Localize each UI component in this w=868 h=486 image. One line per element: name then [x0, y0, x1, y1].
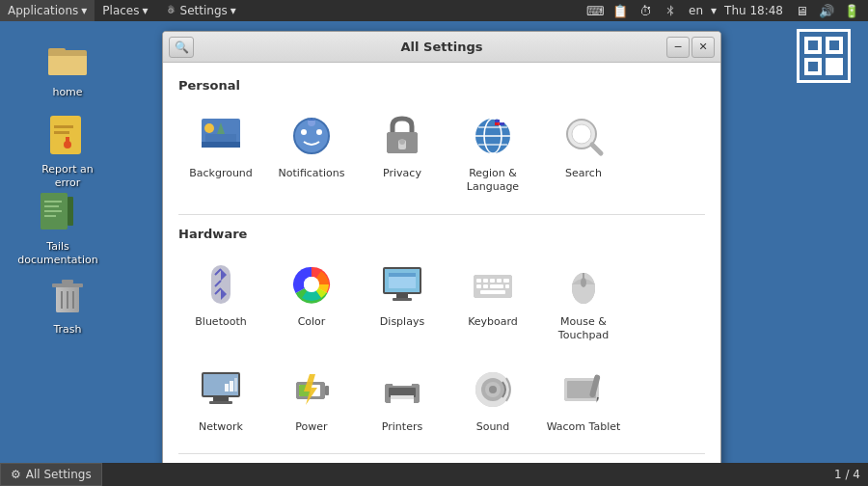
- desktop-icon-trash[interactable]: Trash: [29, 272, 106, 338]
- svg-rect-12: [44, 210, 62, 212]
- svg-rect-17: [62, 280, 73, 284]
- svg-rect-71: [497, 279, 502, 283]
- color-label: Color: [298, 315, 326, 329]
- language-indicator[interactable]: en: [685, 4, 707, 17]
- open-window-label: All Settings: [26, 468, 92, 481]
- settings-item-sound[interactable]: Sound: [450, 356, 535, 442]
- gear-icon: [164, 4, 177, 17]
- settings-item-printers[interactable]: Printers: [360, 356, 445, 442]
- svg-rect-6: [66, 137, 69, 142]
- svg-rect-88: [234, 378, 237, 392]
- desktop-icon-report[interactable]: Report an error: [29, 112, 106, 192]
- taskbar-left: Applications ▾ Places ▾ Settings ▾: [0, 0, 244, 21]
- settings-item-displays[interactable]: Displays: [360, 251, 445, 351]
- clock-icon: ⏱: [635, 0, 656, 21]
- displays-icon: [376, 258, 428, 310]
- svg-rect-4: [54, 131, 69, 134]
- mouse-icon: [557, 258, 610, 310]
- settings-item-notifications[interactable]: Notifications: [269, 102, 354, 202]
- personal-grid: Background Notifications: [178, 102, 705, 202]
- keyboard-label: Keyboard: [468, 315, 518, 329]
- svg-rect-76: [505, 284, 509, 288]
- window-search-btn[interactable]: 🔍: [169, 37, 194, 58]
- minimize-button[interactable]: ─: [666, 37, 690, 58]
- home-label: home: [49, 85, 85, 100]
- notifications-icon: [285, 110, 338, 162]
- svg-rect-74: [483, 284, 488, 288]
- settings-item-wacom[interactable]: Wacom Tablet: [541, 356, 626, 442]
- svg-rect-13: [44, 215, 56, 217]
- svg-rect-29: [202, 142, 240, 148]
- section-hardware: Hardware: [178, 227, 705, 241]
- svg-rect-86: [225, 384, 229, 392]
- svg-rect-99: [393, 376, 412, 386]
- svg-rect-87: [230, 381, 233, 392]
- window-controls: ─ ✕: [666, 37, 715, 58]
- search-settings-icon: [557, 110, 610, 162]
- privacy-icon: [376, 110, 428, 162]
- svg-rect-91: [325, 386, 329, 395]
- tails-doc-icon: [35, 189, 81, 235]
- settings-menu[interactable]: Settings ▾: [156, 0, 244, 21]
- open-window-item[interactable]: ⚙ All Settings: [0, 463, 102, 486]
- svg-rect-9: [68, 197, 73, 226]
- settings-item-keyboard[interactable]: Keyboard: [450, 251, 535, 351]
- keyboard-settings-icon: [467, 258, 519, 310]
- volume-icon: 🔊: [816, 0, 837, 21]
- places-menu[interactable]: Places ▾: [95, 0, 155, 21]
- settings-item-power[interactable]: Power: [269, 356, 354, 442]
- svg-rect-32: [205, 134, 236, 142]
- svg-rect-3: [54, 125, 73, 128]
- desktop-icon-tails-doc[interactable]: Tails documentation: [19, 189, 96, 269]
- trash-label: Trash: [50, 322, 84, 338]
- region-label: Region &Language: [467, 167, 519, 195]
- settings-item-network[interactable]: Network: [178, 356, 263, 442]
- tails-logo: [797, 29, 851, 83]
- settings-item-privacy[interactable]: Privacy: [360, 102, 445, 202]
- network-label: Network: [199, 420, 243, 434]
- svg-point-54: [572, 124, 591, 144]
- network-icon: [195, 364, 247, 416]
- report-icon: [44, 112, 91, 158]
- svg-rect-49: [500, 120, 504, 122]
- settings-item-search[interactable]: Search: [541, 102, 626, 202]
- svg-point-30: [204, 123, 214, 133]
- svg-rect-63: [393, 298, 412, 301]
- bluetooth-label: Bluetooth: [195, 315, 246, 329]
- search-label: Search: [565, 167, 602, 180]
- bluetooth-settings-icon: [195, 258, 247, 310]
- svg-point-35: [301, 129, 307, 135]
- svg-rect-10: [44, 201, 62, 202]
- window-titlebar: 🔍 All Settings ─ ✕: [163, 32, 720, 63]
- taskbar-top: Applications ▾ Places ▾ Settings ▾ ⌨ 📋 ⏱…: [0, 0, 868, 21]
- svg-rect-75: [490, 284, 503, 288]
- svg-point-41: [399, 139, 405, 145]
- svg-rect-73: [476, 284, 481, 288]
- applications-menu[interactable]: Applications ▾: [0, 0, 95, 21]
- settings-item-region[interactable]: Region &Language: [450, 102, 535, 202]
- home-icon: [44, 35, 91, 81]
- section-personal: Personal: [178, 78, 705, 93]
- svg-rect-50: [495, 122, 500, 125]
- window-title: All Settings: [401, 40, 483, 54]
- svg-rect-27: [808, 62, 818, 71]
- settings-item-background[interactable]: Background: [178, 102, 263, 202]
- settings-item-color[interactable]: Color: [269, 251, 354, 351]
- close-button[interactable]: ✕: [692, 37, 715, 58]
- mouse-label: Mouse &Touchpad: [558, 315, 609, 343]
- settings-window: 🔍 All Settings ─ ✕ Personal: [162, 31, 721, 478]
- svg-rect-16: [52, 284, 83, 287]
- desktop-icon-home[interactable]: home: [29, 35, 106, 100]
- keyboard-icon: ⌨: [584, 0, 606, 21]
- svg-line-55: [592, 145, 601, 153]
- settings-item-bluetooth[interactable]: Bluetooth: [178, 251, 263, 351]
- report-label: Report an error: [29, 162, 106, 192]
- printers-label: Printers: [382, 420, 422, 434]
- svg-point-81: [581, 278, 586, 287]
- settings-item-mouse[interactable]: Mouse &Touchpad: [541, 251, 626, 351]
- trash-icon: [44, 272, 91, 318]
- svg-point-5: [64, 141, 71, 148]
- taskbar-right: ⌨ 📋 ⏱ en ▾ Thu 18:48 🖥 🔊 🔋: [584, 0, 868, 21]
- svg-rect-69: [483, 279, 488, 283]
- color-icon: [285, 258, 338, 310]
